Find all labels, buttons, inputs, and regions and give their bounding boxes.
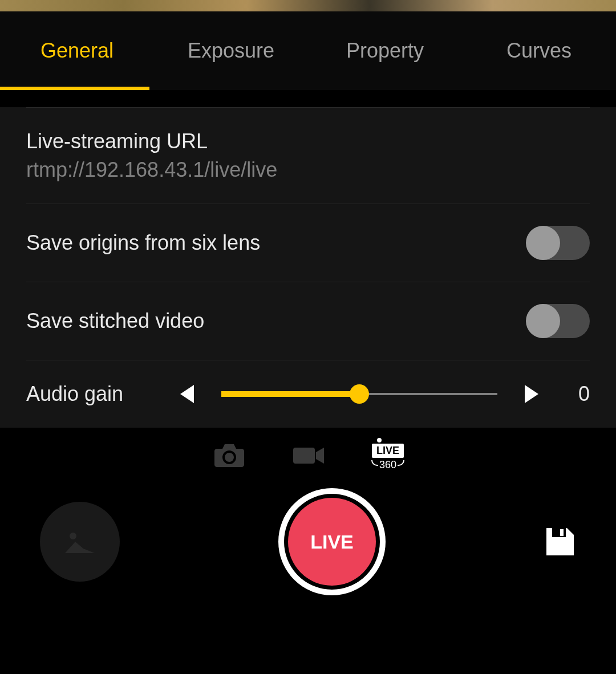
setting-livestream-url[interactable]: Live-streaming URL rtmp://192.168.43.1/l… [26,107,590,204]
toggle-knob [526,304,560,338]
video-mode-button[interactable] [292,441,326,470]
audio-gain-slider[interactable] [221,393,497,395]
image-icon [63,528,97,555]
svg-point-2 [70,533,76,539]
svg-rect-3 [552,528,566,537]
svg-rect-1 [293,448,315,464]
live-360-text: 360 [379,459,396,471]
header-image-strip [0,0,616,11]
settings-panel: Live-streaming URL rtmp://192.168.43.1/l… [0,107,616,428]
save-stitched-toggle[interactable] [527,304,590,338]
bottom-bar: LIVE 360 LIVE [0,428,616,647]
gallery-button[interactable] [40,502,120,582]
camera-icon [214,443,245,468]
save-stitched-label: Save stitched video [26,309,204,333]
svg-rect-4 [560,529,564,536]
save-origins-toggle[interactable] [527,226,590,260]
setting-save-origins: Save origins from six lens [26,204,590,282]
bottom-controls: LIVE [0,488,616,595]
live-mode-button[interactable]: LIVE 360 [372,444,404,471]
livestream-url-value: rtmp://192.168.43.1/live/live [26,158,590,182]
save-origins-label: Save origins from six lens [26,231,260,255]
live-record-button[interactable]: LIVE [278,488,386,595]
mode-selector: LIVE 360 [0,428,616,471]
slider-fill [221,391,365,397]
toggle-knob [526,226,560,260]
save-button[interactable] [544,526,576,558]
mode-indicator-dot [377,438,382,442]
photo-mode-button[interactable] [212,441,246,470]
setting-audio-gain: Audio gain 0 [26,360,590,428]
tabs-bar: General Exposure Property Curves [0,11,616,90]
tab-curves[interactable]: Curves [462,11,616,90]
audio-gain-value: 0 [556,382,590,406]
slider-thumb[interactable] [350,384,369,404]
save-icon [544,526,576,558]
tab-property[interactable]: Property [308,11,462,90]
audio-gain-label: Audio gain [26,382,180,406]
live-badge-text: LIVE [372,444,404,458]
audio-gain-decrease-button[interactable] [180,385,194,403]
audio-gain-increase-button[interactable] [525,385,538,403]
setting-save-stitched: Save stitched video [26,282,590,360]
tab-general[interactable]: General [0,11,154,90]
video-icon [292,444,326,467]
livestream-url-label: Live-streaming URL [26,129,590,153]
record-button-label: LIVE [288,498,376,586]
tab-exposure[interactable]: Exposure [154,11,308,90]
